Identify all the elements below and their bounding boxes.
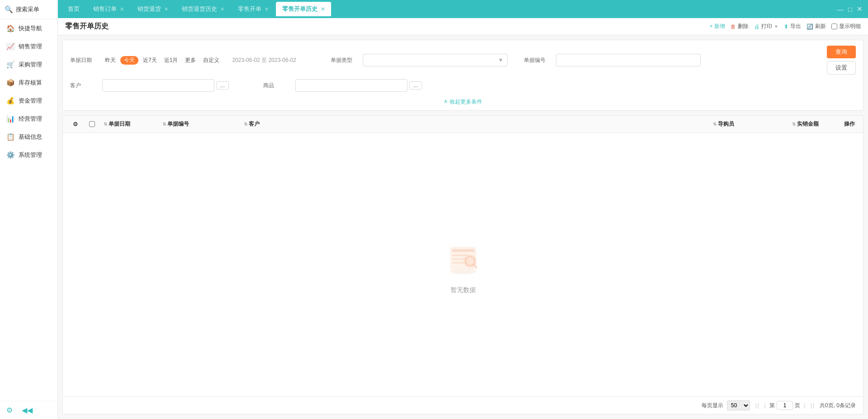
product-ellipsis-button[interactable]: ...: [409, 81, 422, 89]
sidebar-bottom: ⚙ ◀◀: [0, 401, 57, 419]
export-label: 导出: [790, 23, 801, 30]
refresh-label: 刷新: [815, 23, 826, 30]
product-label: 商品: [263, 82, 288, 89]
show-detail-toggle[interactable]: 显示明细: [831, 23, 861, 30]
col-header-order-no: ⇅ 单据编号: [159, 120, 240, 128]
tab-sales-order-label: 销售订单: [93, 5, 117, 13]
sidebar-item-basic-info[interactable]: 📋 基础信息: [0, 128, 57, 146]
date-btn-more[interactable]: 更多: [182, 56, 199, 65]
export-icon: ⬆: [784, 24, 788, 30]
tab-retail-open[interactable]: 零售开单 ✕: [232, 2, 275, 16]
table-checkbox-cell[interactable]: [84, 121, 100, 127]
settings-button[interactable]: 设置: [827, 61, 856, 75]
order-type-select[interactable]: ▼: [363, 54, 508, 66]
main-area: 首页 销售订单 ✕ 销货退货 ✕ 销货退货历史 ✕ 零售开单 ✕ 零售开单历史 …: [58, 0, 868, 419]
date-btn-7days[interactable]: 近7天: [140, 56, 160, 65]
tab-sales-return-history[interactable]: 销货退货历史 ✕: [175, 2, 231, 16]
tab-sales-order[interactable]: 销售订单 ✕: [87, 2, 130, 16]
tab-sales-return-label: 销货退货: [138, 5, 161, 13]
date-options: 昨天 今天 近7天 近1月 更多 自定义: [102, 56, 222, 65]
sidebar-item-label: 资金管理: [19, 97, 42, 105]
sidebar-item-quick-nav[interactable]: 🏠 快捷导航: [0, 19, 57, 38]
refresh-button[interactable]: 🔄 刷新: [806, 23, 826, 30]
col-header-amount: ⇅ 实销金额: [764, 120, 822, 128]
col-header-customer: ⇅ 客户: [240, 120, 709, 128]
sidebar-item-label: 采购管理: [19, 61, 42, 69]
show-detail-checkbox[interactable]: [831, 24, 837, 29]
per-page-label: 每页显示: [702, 402, 723, 410]
customer-input[interactable]: [102, 79, 214, 92]
tab-home-label: 首页: [68, 5, 80, 13]
sidebar-item-inventory[interactable]: 📦 库存核算: [0, 74, 57, 92]
window-minimize[interactable]: —: [837, 5, 844, 13]
tab-sales-return-history-close[interactable]: ✕: [220, 6, 224, 12]
col-amount-label: 实销金额: [797, 120, 819, 128]
window-close[interactable]: ✕: [857, 5, 863, 13]
collapse-sidebar-icon[interactable]: ◀◀: [22, 406, 33, 414]
toolbar: 零售开单历史 + 新增 🗑 删除 🖨 打印 ▼ ⬆ 导出 🔄 刷新: [58, 18, 868, 35]
customer-ellipsis-button[interactable]: ...: [216, 81, 229, 89]
table-settings-icon-cell[interactable]: ⚙: [67, 121, 84, 127]
tab-retail-open-close[interactable]: ✕: [265, 6, 269, 12]
sidebar-item-label: 基础信息: [19, 133, 42, 141]
content-area: 单据日期 昨天 今天 近7天 近1月 更多 自定义 2023-06-02 至 2…: [58, 35, 868, 419]
date-sort-icon[interactable]: ⇅: [104, 122, 107, 127]
purchase-icon: 🛒: [6, 61, 15, 69]
prev-page-button[interactable]: ⟨: [763, 402, 768, 409]
guide-sort-icon[interactable]: ⇅: [713, 122, 716, 127]
filter-row-date: 单据日期 昨天 今天 近7天 近1月 更多 自定义 2023-06-02 至 2…: [70, 46, 856, 75]
sidebar-search[interactable]: 🔍 搜索采单: [0, 0, 57, 19]
tab-sales-return[interactable]: 销货退货 ✕: [131, 2, 175, 16]
product-input[interactable]: [295, 79, 408, 92]
print-label: 打印: [761, 23, 772, 30]
collapse-filter-bar[interactable]: ∧ 收起更多条件: [70, 96, 856, 108]
customer-label: 客户: [70, 82, 95, 89]
date-btn-custom[interactable]: 自定义: [200, 56, 222, 65]
table-header: ⚙ ⇅ 单据日期 ⇅ 单据编号 ⇅ 客户 ⇅: [63, 116, 863, 133]
tab-home[interactable]: 首页: [62, 2, 86, 16]
delete-button[interactable]: 🗑 删除: [730, 23, 749, 30]
date-btn-1month[interactable]: 近1月: [161, 56, 181, 65]
query-buttons: 查询 设置: [827, 46, 856, 75]
query-button[interactable]: 查询: [827, 46, 856, 58]
last-page-button[interactable]: ⟩⟩: [809, 402, 816, 409]
window-maximize[interactable]: □: [848, 5, 852, 13]
order-sort-icon[interactable]: ⇅: [162, 122, 166, 127]
date-range-display: 2023-06-02 至 2023-06-02: [232, 56, 296, 64]
col-date-label: 单据日期: [109, 120, 130, 128]
tab-sales-order-close[interactable]: ✕: [120, 6, 124, 12]
date-label: 单据日期: [70, 56, 95, 64]
tab-retail-open-history-close[interactable]: ✕: [321, 6, 325, 12]
total-records-label: 共0页, 0条记录: [820, 402, 856, 410]
select-all-checkbox[interactable]: [89, 121, 95, 127]
sidebar-item-operations[interactable]: 📊 经营管理: [0, 110, 57, 128]
order-no-input[interactable]: [556, 54, 701, 66]
date-btn-yesterday[interactable]: 昨天: [102, 56, 119, 65]
page-label-post: 页: [795, 402, 800, 410]
tab-sales-return-close[interactable]: ✕: [164, 6, 168, 12]
sidebar-item-sales-mgmt[interactable]: 📈 销售管理: [0, 38, 57, 56]
new-button[interactable]: + 新增: [710, 23, 725, 30]
customer-sort-icon[interactable]: ⇅: [244, 122, 247, 127]
tab-retail-open-history-label: 零售开单历史: [282, 5, 318, 13]
column-settings-icon[interactable]: ⚙: [73, 121, 78, 127]
print-button[interactable]: 🖨 打印 ▼: [754, 23, 778, 30]
amount-sort-icon[interactable]: ⇅: [792, 122, 796, 127]
date-btn-today[interactable]: 今天: [120, 56, 138, 65]
tab-retail-open-history[interactable]: 零售开单历史 ✕: [276, 2, 331, 16]
export-button[interactable]: ⬆ 导出: [784, 23, 801, 30]
col-guide-label: 导购员: [718, 120, 734, 128]
sidebar-item-purchase-mgmt[interactable]: 🛒 采购管理: [0, 56, 57, 74]
col-customer-label: 客户: [249, 120, 260, 128]
finance-icon: 💰: [6, 97, 15, 105]
page-size-select[interactable]: 50 10 20 100: [727, 400, 750, 410]
col-order-label: 单据编号: [167, 120, 189, 128]
sidebar-item-finance[interactable]: 💰 资金管理: [0, 92, 57, 110]
basic-info-icon: 📋: [6, 133, 15, 141]
empty-text: 暂无数据: [451, 286, 476, 294]
settings-bottom-icon[interactable]: ⚙: [6, 406, 13, 414]
next-page-button[interactable]: ⟩: [802, 402, 807, 409]
page-number-input[interactable]: [777, 401, 793, 410]
sidebar-item-system[interactable]: ⚙️ 系统管理: [0, 146, 57, 164]
first-page-button[interactable]: ⟨⟨: [754, 402, 761, 409]
